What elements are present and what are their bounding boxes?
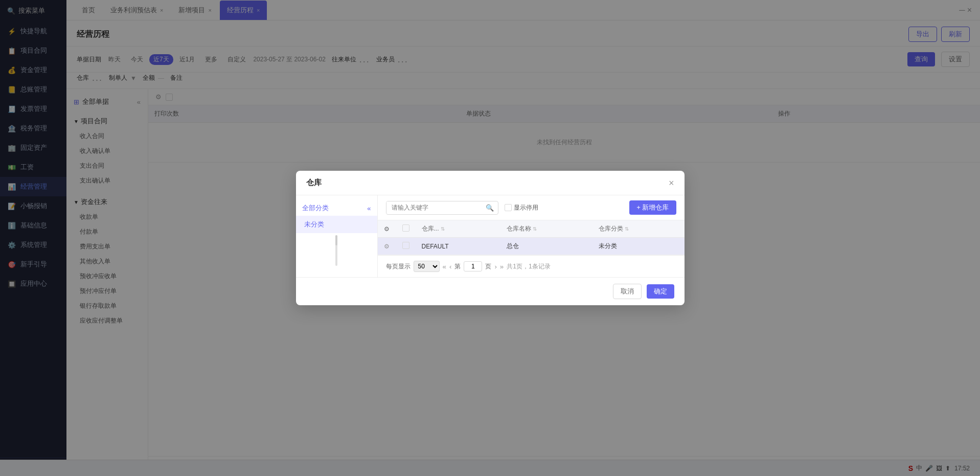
modal-actions: 取消 确定 bbox=[296, 277, 685, 305]
show-disabled-label: 显示停用 bbox=[514, 203, 538, 212]
modal-first-page[interactable]: « bbox=[443, 263, 446, 270]
add-warehouse-button[interactable]: + 新增仓库 bbox=[629, 200, 676, 215]
col-settings[interactable]: ⚙ bbox=[378, 220, 396, 238]
col-category-header: 仓库分类 ⇅ bbox=[592, 220, 685, 238]
col-code-header: 仓库... ⇅ bbox=[416, 220, 500, 238]
app-container: 🔍 搜索菜单 ⚡ 快捷导航 📋 项目合同 💰 资金管理 📒 总账管理 🧾 发票管… bbox=[0, 0, 980, 476]
modal-last-page[interactable]: » bbox=[500, 263, 504, 270]
cancel-button[interactable]: 取消 bbox=[613, 284, 642, 299]
col-name-header: 仓库名称 ⇅ bbox=[500, 220, 592, 238]
row-name: 总仓 bbox=[500, 238, 592, 255]
show-disabled-toggle[interactable]: 显示停用 bbox=[505, 203, 538, 212]
modal-title: 仓库 bbox=[306, 178, 322, 188]
sort-icon-category[interactable]: ⇅ bbox=[625, 226, 629, 232]
modal-per-page-select[interactable]: 50 100 bbox=[414, 261, 440, 272]
modal-toolbar: 🔍 显示停用 + 新增仓库 bbox=[378, 195, 685, 220]
sidebar-collapse-icon[interactable]: « bbox=[367, 205, 371, 212]
row-select-checkbox[interactable] bbox=[402, 242, 409, 249]
modal-footer: 每页显示 50 100 « ‹ 第 页 › » 共 bbox=[378, 255, 685, 277]
modal-close-button[interactable]: × bbox=[669, 178, 674, 188]
modal-total-info: 共1页，1条记录 bbox=[507, 262, 550, 271]
sort-icon-name[interactable]: ⇅ bbox=[533, 226, 537, 232]
modal-table-container: ⚙ 仓库... ⇅ bbox=[378, 220, 685, 255]
modal-next-page[interactable]: › bbox=[494, 263, 496, 270]
col-settings-icon[interactable]: ⚙ bbox=[384, 225, 390, 233]
modal-overlay[interactable]: 仓库 × 全部分类 « 未分类 bbox=[0, 0, 980, 476]
modal-table-header: ⚙ 仓库... ⇅ bbox=[378, 220, 685, 238]
modal-per-page-label: 每页显示 bbox=[386, 262, 411, 271]
modal-page-label: 第 bbox=[454, 262, 461, 271]
select-all-checkbox[interactable] bbox=[402, 224, 409, 232]
modal-search: 🔍 bbox=[386, 201, 498, 215]
row-settings: ⚙ bbox=[378, 238, 396, 255]
modal-page-input[interactable] bbox=[464, 261, 482, 271]
row-category: 未分类 bbox=[592, 238, 685, 255]
row-checkbox[interactable] bbox=[396, 238, 416, 255]
search-icon: 🔍 bbox=[482, 201, 498, 214]
table-row[interactable]: ⚙ DEFAULT 总仓 未分类 bbox=[378, 238, 685, 255]
modal-page-suffix: 页 bbox=[485, 262, 491, 271]
modal-prev-page[interactable]: ‹ bbox=[449, 263, 451, 270]
sort-icon-code[interactable]: ⇅ bbox=[441, 226, 445, 232]
modal-pagination: 每页显示 50 100 « ‹ 第 页 › » 共 bbox=[386, 261, 551, 272]
search-input[interactable] bbox=[386, 201, 482, 214]
modal-body: 全部分类 « 未分类 bbox=[296, 195, 685, 277]
show-disabled-checkbox[interactable] bbox=[505, 204, 512, 211]
confirm-button[interactable]: 确定 bbox=[647, 284, 674, 299]
row-code: DEFAULT bbox=[416, 238, 500, 255]
modal-content: 🔍 显示停用 + 新增仓库 bbox=[378, 195, 685, 277]
modal-sidebar-uncategorized[interactable]: 未分类 bbox=[296, 216, 377, 233]
all-categories-label: 全部分类 bbox=[302, 203, 329, 213]
modal-table: ⚙ 仓库... ⇅ bbox=[378, 220, 685, 255]
modal-sidebar-scroll: 未分类 bbox=[296, 216, 377, 233]
modal-header: 仓库 × bbox=[296, 171, 685, 195]
modal-sidebar: 全部分类 « 未分类 bbox=[296, 195, 378, 277]
col-checkbox-header[interactable] bbox=[396, 220, 416, 238]
modal-sidebar-header[interactable]: 全部分类 « bbox=[296, 200, 377, 216]
warehouse-modal: 仓库 × 全部分类 « 未分类 bbox=[296, 171, 685, 305]
